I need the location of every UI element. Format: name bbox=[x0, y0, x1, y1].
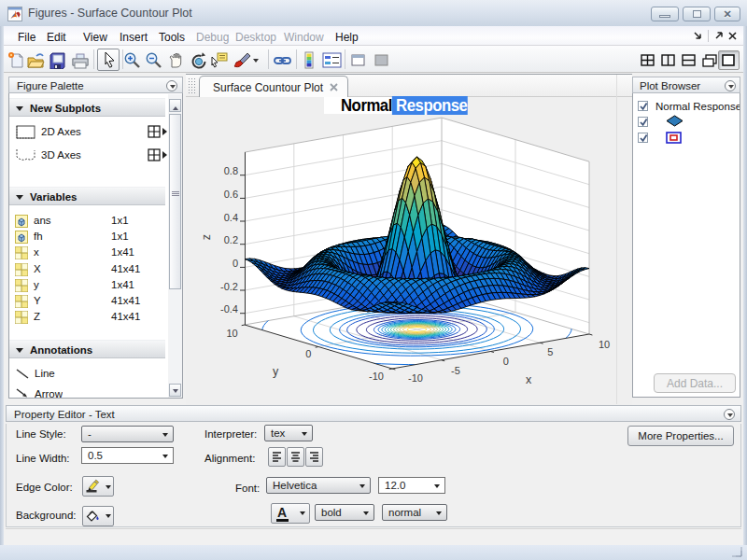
svg-text:0: 0 bbox=[233, 258, 238, 269]
svg-text:z: z bbox=[200, 234, 213, 240]
svg-text:10: 10 bbox=[599, 339, 610, 350]
svg-text:-10: -10 bbox=[408, 372, 423, 384]
svg-text:0.4: 0.4 bbox=[224, 212, 238, 223]
svg-text:0.2: 0.2 bbox=[224, 234, 238, 245]
svg-text:-5: -5 bbox=[451, 365, 460, 376]
svg-text:10: 10 bbox=[226, 328, 237, 339]
svg-text:0: 0 bbox=[305, 348, 311, 359]
svg-text:0: 0 bbox=[503, 356, 509, 367]
svg-text:0.8: 0.8 bbox=[224, 165, 238, 176]
svg-text:0.6: 0.6 bbox=[224, 189, 238, 200]
svg-text:-10: -10 bbox=[369, 371, 384, 382]
svg-text:-0.2: -0.2 bbox=[220, 281, 238, 292]
svg-text:x: x bbox=[526, 373, 532, 386]
svg-text:5: 5 bbox=[547, 346, 553, 357]
svg-text:-0.4: -0.4 bbox=[220, 303, 238, 315]
svg-text:y: y bbox=[273, 365, 279, 378]
